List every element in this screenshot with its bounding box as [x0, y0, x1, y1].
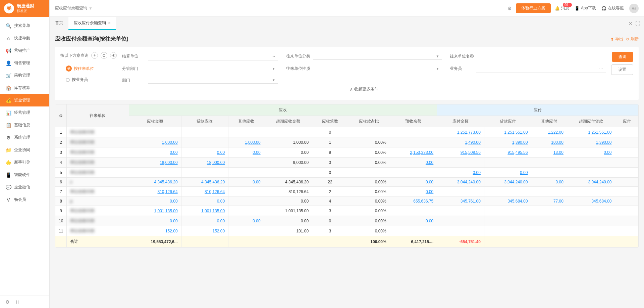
cell-link[interactable]: 345,684.00 [591, 199, 611, 204]
search-row-1: 结算单位 ··· [122, 52, 278, 60]
sidebar-item-basic[interactable]: 📋 基础信息 [0, 119, 49, 131]
tab-query[interactable]: 应收应付余额查询 ✕ [68, 17, 116, 30]
cell-link[interactable]: 3,044,240.00 [504, 180, 528, 184]
cell-link[interactable]: 0.00 [253, 180, 260, 184]
cell-link[interactable]: 3,044,240.00 [588, 180, 611, 184]
sidebar-item-purchase[interactable]: 🛒 采购管理 [0, 69, 49, 82]
cell-link[interactable]: 152.00 [212, 229, 225, 233]
cell-link[interactable]: 0.00 [556, 180, 564, 184]
cell-link[interactable]: 0.00 [426, 189, 433, 194]
member-icon: V [5, 197, 11, 203]
cell-link[interactable]: 0.00 [426, 219, 433, 223]
collapse-scheme-button[interactable]: ≪ [110, 52, 117, 59]
cell-link[interactable]: 0.00 [217, 199, 225, 204]
settlement-unit-dots[interactable]: ··· [271, 53, 275, 59]
cell-link[interactable]: 1,390.00 [512, 140, 528, 145]
cell-link[interactable]: 0.00 [520, 170, 528, 175]
settings-button[interactable]: 设置 [611, 64, 633, 75]
sidebar-item-search[interactable]: 🔍 搜索菜单 [0, 19, 49, 32]
cell-link[interactable]: 13.00 [553, 150, 564, 155]
online-service-btn[interactable]: 🎧 在线客服 [601, 5, 624, 11]
cell-link[interactable]: 0.00 [426, 160, 433, 165]
settings-scheme-button[interactable]: ⊙ [101, 52, 107, 59]
cell-link[interactable]: 0.00 [604, 150, 611, 155]
cell-link[interactable]: 915,508.56 [461, 150, 481, 155]
cell-link[interactable]: 1,222.00 [548, 130, 564, 135]
filter-by-unit[interactable]: 畅 按往来单位 [60, 63, 117, 74]
sidebar-item-inventory[interactable]: 🏠 库存核算 [0, 82, 49, 94]
tab-close-window-icon[interactable]: ✕ [629, 21, 633, 26]
sidebar-item-wechat[interactable]: 💬 企业微信 [0, 181, 49, 193]
tabs-bar: 首页 应收应付余额查询 ✕ ✕ ⛶ [50, 17, 644, 30]
dept-manager-select[interactable]: ▼ [148, 65, 278, 72]
sidebar-item-finance[interactable]: 💰 资金管理 [0, 94, 49, 106]
cell-link[interactable]: 0.00 [170, 199, 177, 204]
sidebar-item-system[interactable]: ⚙ 系统管理 [0, 131, 49, 144]
salesperson-select[interactable]: ··· [476, 64, 606, 73]
dept-select[interactable]: ▼ [148, 77, 278, 84]
cell-link[interactable]: 0.00 [170, 150, 177, 155]
cell-link[interactable]: 0.00 [170, 219, 177, 223]
cell-link[interactable]: 1,001,135.00 [154, 209, 178, 213]
settings-bottom-icon[interactable]: ⚙ [5, 299, 10, 305]
app-download-btn[interactable]: 📱 App下载 [575, 5, 596, 11]
tab-home[interactable]: 首页 [50, 17, 68, 30]
unit-category-select[interactable]: ▼ [313, 53, 442, 60]
cell-link[interactable]: 1,390.00 [596, 140, 612, 145]
cell-link[interactable]: 810,126.64 [158, 189, 178, 194]
topbar-gear-icon[interactable]: ⚙ [507, 6, 512, 11]
settlement-unit-input[interactable]: ··· [148, 52, 278, 60]
cell-link[interactable]: 0.00 [473, 170, 481, 175]
cell-link[interactable]: 0.00 [217, 219, 225, 223]
collapse-btn[interactable]: ∧ 收起更多条件 [350, 86, 378, 92]
promo-button[interactable]: 体验行业方案 [516, 3, 551, 13]
cell-link[interactable]: 1,000.00 [245, 140, 261, 145]
user-avatar[interactable]: Rit [629, 4, 639, 13]
query-button[interactable]: 查询 [612, 52, 633, 62]
cell-link[interactable]: 152.00 [165, 229, 178, 233]
cell-link[interactable]: 345,761.00 [461, 199, 481, 204]
cell-link[interactable]: 100.00 [551, 140, 564, 145]
cell-link[interactable]: 0.00 [253, 150, 260, 155]
sidebar-item-guide[interactable]: 🌟 新手引导 [0, 156, 49, 169]
sidebar-item-member[interactable]: V 畅会员 [0, 193, 49, 206]
export-button[interactable]: ⬆ 导出 [610, 36, 623, 42]
cell-link[interactable]: 4,345,436.20 [201, 180, 225, 184]
table-settings-col[interactable]: ⚙ [55, 104, 67, 127]
cell-link[interactable]: 1,252,773.00 [457, 130, 481, 135]
cell-link[interactable]: 1,251,551.00 [588, 130, 611, 135]
sidebar-item-collab[interactable]: 📁 企业协同 [0, 144, 49, 156]
tab-close-icon[interactable]: ✕ [108, 21, 111, 25]
cell-link[interactable]: 1,251,551.00 [504, 130, 528, 135]
cell-link[interactable]: 345,684.00 [507, 199, 528, 204]
cell-link[interactable]: 18,000.00 [207, 160, 225, 165]
cell-link[interactable]: 4,345,436.20 [154, 180, 178, 184]
tab-maximize-icon[interactable]: ⛶ [635, 21, 640, 26]
cell-link[interactable]: 18,000.00 [160, 160, 177, 165]
cell-link[interactable]: 915,495.56 [507, 150, 528, 155]
salesperson-dots[interactable]: ··· [599, 66, 603, 71]
refresh-button[interactable]: ↻ 刷新 [626, 36, 639, 42]
cell-link[interactable]: 1,001,135.00 [201, 209, 225, 213]
sidebar-item-marketing[interactable]: 📢 营销推广 [0, 44, 49, 57]
cell-link[interactable]: 2,153,333.00 [410, 150, 433, 155]
cell-link[interactable]: 3,044,240.00 [457, 180, 481, 184]
add-scheme-button[interactable]: + [91, 52, 98, 59]
sidebar-item-operation[interactable]: 📊 经营管理 [0, 106, 49, 119]
cell-link[interactable]: 0.00 [253, 219, 260, 223]
collapse-icon[interactable]: ⏸ [15, 299, 20, 305]
cell-link[interactable]: 1,490.00 [465, 140, 481, 145]
cell-link[interactable]: 0.00 [217, 150, 225, 155]
sidebar-item-hardware[interactable]: 📱 智能硬件 [0, 169, 49, 181]
cell-link[interactable]: 1,000.00 [162, 140, 178, 145]
sidebar-item-quick[interactable]: ⌂ 快捷导航 [0, 32, 49, 44]
unit-nature-select[interactable]: ▼ [313, 65, 442, 72]
cell-link[interactable]: 0.00 [426, 180, 433, 184]
unit-name-input[interactable] [477, 52, 606, 60]
cell-link[interactable]: 655,636.75 [413, 199, 433, 204]
cell-link[interactable]: 77.00 [553, 199, 564, 204]
cell-link[interactable]: 810,126.64 [205, 189, 225, 194]
notifications-btn[interactable]: 🔔 消息 99+ [555, 5, 569, 11]
filter-by-staff[interactable]: 按业务员 [60, 74, 117, 85]
sidebar-item-sales[interactable]: 👤 销售管理 [0, 57, 49, 69]
